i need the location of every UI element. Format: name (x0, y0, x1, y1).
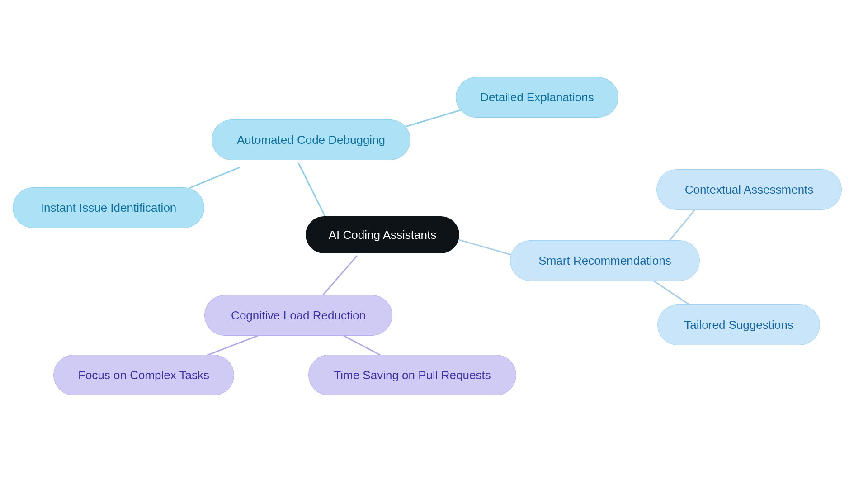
center-node[interactable]: AI Coding Assistants (306, 216, 459, 253)
branch-debugging[interactable]: Automated Code Debugging (212, 119, 410, 160)
leaf-instant-issue-identification[interactable]: Instant Issue Identification (13, 187, 204, 228)
leaf-tailored-suggestions[interactable]: Tailored Suggestions (657, 304, 820, 345)
branch-recommendations[interactable]: Smart Recommendations (510, 240, 700, 281)
mindmap-canvas: AI Coding Assistants Automated Code Debu… (0, 0, 868, 490)
leaf-time-saving-pull-requests[interactable]: Time Saving on Pull Requests (308, 355, 516, 395)
branch-cognitive[interactable]: Cognitive Load Reduction (204, 295, 392, 336)
leaf-detailed-explanations[interactable]: Detailed Explanations (456, 77, 618, 118)
leaf-contextual-assessments[interactable]: Contextual Assessments (656, 169, 842, 210)
leaf-focus-complex-tasks[interactable]: Focus on Complex Tasks (53, 355, 234, 395)
